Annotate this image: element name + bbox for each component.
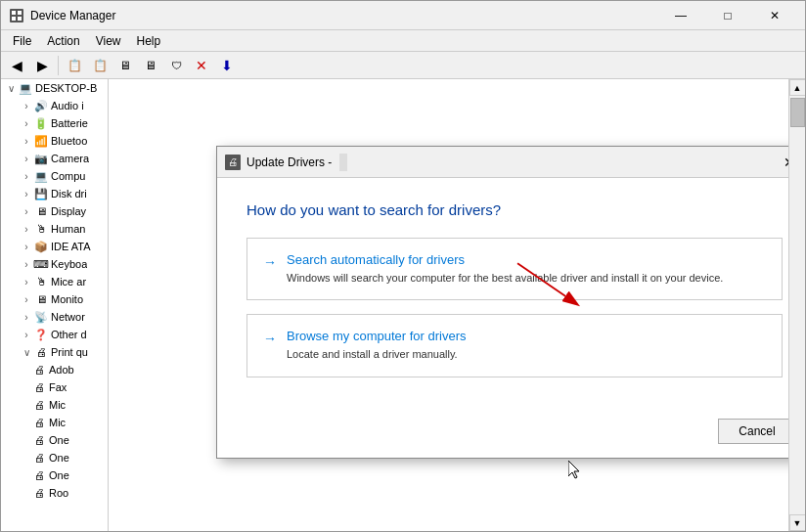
network-icon: 📡: [34, 310, 48, 324]
expand-icon: ∨: [5, 82, 17, 94]
option1-arrow-icon: →: [263, 254, 277, 270]
toolbar-forward[interactable]: ▶: [30, 55, 54, 76]
option2-arrow-icon: →: [263, 331, 277, 346]
scroll-thumb[interactable]: [790, 98, 805, 127]
expand-icon: ›: [21, 170, 32, 182]
tree-item-one2[interactable]: 🖨 One: [1, 449, 108, 466]
cancel-button[interactable]: Cancel: [718, 419, 788, 444]
tree-item-one1[interactable]: 🖨 One: [1, 431, 108, 449]
tree-label-fax: Fax: [49, 381, 67, 393]
tree-label-monitors: Monito: [51, 293, 83, 305]
tree-item-mic2[interactable]: 🖨 Mic: [1, 414, 108, 431]
search-automatically-option[interactable]: → Search automatically for drivers Windo…: [246, 238, 783, 300]
toolbar-device[interactable]: 🖥: [113, 55, 137, 76]
tree-item-display[interactable]: › 🖥 Display: [1, 202, 108, 220]
tree-label-display: Display: [51, 205, 86, 217]
option1-description: Windows will search your computer for th…: [287, 271, 723, 286]
maximize-button[interactable]: □: [705, 1, 750, 30]
toolbar: ◀ ▶ 📋 📋 🖥 🖥 🛡 ✕ ⬇: [1, 52, 805, 79]
hid-icon: 🖱: [34, 222, 48, 236]
tree-label-disk: Disk dri: [51, 188, 87, 200]
menu-action[interactable]: Action: [39, 32, 87, 50]
expand-icon: ›: [21, 329, 32, 340]
toolbar-shield[interactable]: 🛡: [164, 55, 188, 76]
menu-help[interactable]: Help: [129, 32, 169, 50]
monitor-icon: 🖥: [34, 292, 48, 306]
ide-icon: 📦: [34, 240, 48, 253]
bluetooth-icon: 📶: [34, 134, 48, 148]
right-panel: 🖨 Update Drivers - ✕ How do you want to …: [109, 79, 788, 531]
expand-icon: ›: [21, 276, 32, 288]
scroll-up-button[interactable]: ▲: [789, 79, 806, 96]
svg-rect-4: [18, 17, 22, 21]
tree-item-computer[interactable]: › 💻 Compu: [1, 167, 108, 185]
option1-content: Search automatically for drivers Windows…: [287, 252, 723, 286]
minimize-button[interactable]: —: [658, 1, 703, 30]
browse-computer-option[interactable]: → Browse my computer for drivers Locate …: [246, 314, 783, 377]
tree-root[interactable]: ∨ 💻 DESKTOP-B: [1, 79, 108, 97]
toolbar-remove[interactable]: ✕: [190, 55, 213, 76]
window-icon: [9, 8, 24, 23]
computer-icon: 💻: [19, 81, 32, 95]
tree-label-keyboard: Keyboa: [51, 258, 87, 270]
audio-icon: 🔊: [34, 99, 48, 112]
other-icon: ❓: [34, 328, 48, 341]
dialog-close-button[interactable]: ✕: [775, 149, 788, 176]
expand-icon: ›: [21, 241, 32, 252]
expand-icon: ›: [21, 293, 32, 305]
toolbar-scan[interactable]: ⬇: [215, 55, 239, 76]
tree-item-cameras[interactable]: › 📷 Camera: [1, 150, 108, 167]
tree-label-cameras: Camera: [51, 153, 89, 164]
tree-item-fax[interactable]: 🖨 Fax: [1, 378, 108, 396]
dialog-title-text: Update Drivers -: [246, 154, 775, 171]
tree-item-disk[interactable]: › 💾 Disk dri: [1, 185, 108, 202]
tree-item-batteries[interactable]: › 🔋 Batterie: [1, 114, 108, 132]
toolbar-separator-1: [58, 56, 59, 75]
menu-view[interactable]: View: [88, 32, 129, 50]
fax-icon: 🖨: [32, 380, 46, 394]
close-button[interactable]: ✕: [752, 1, 797, 30]
svg-rect-2: [18, 11, 22, 15]
option2-description: Locate and install a driver manually.: [287, 347, 467, 362]
tree-item-roo[interactable]: 🖨 Roo: [1, 484, 108, 502]
computer-sub-icon: 💻: [34, 169, 48, 183]
tree-item-keyboard[interactable]: › ⌨ Keyboa: [1, 255, 108, 273]
mouse-cursor: [568, 461, 584, 483]
tree-item-mic1[interactable]: 🖨 Mic: [1, 396, 108, 414]
tree-label-mice: Mice ar: [51, 276, 86, 288]
tree-item-ide[interactable]: › 📦 IDE ATA: [1, 238, 108, 255]
menu-file[interactable]: File: [5, 32, 39, 50]
dialog-heading: How do you want to search for drivers?: [246, 201, 783, 218]
tree-item-network[interactable]: › 📡 Networ: [1, 308, 108, 326]
toolbar-back[interactable]: ◀: [5, 55, 28, 76]
display-icon: 🖥: [34, 204, 48, 218]
tree-item-hid[interactable]: › 🖱 Human: [1, 220, 108, 238]
printer-mic2-icon: 🖨: [32, 416, 46, 429]
update-drivers-dialog: 🖨 Update Drivers - ✕ How do you want to …: [216, 146, 788, 459]
printer-roo-icon: 🖨: [32, 486, 46, 500]
tree-item-adobe[interactable]: 🖨 Adob: [1, 361, 108, 378]
option2-content: Browse my computer for drivers Locate an…: [287, 329, 467, 362]
toolbar-display[interactable]: 🖥: [139, 55, 162, 76]
tree-label-computer: Compu: [51, 170, 85, 182]
dialog-footer: Cancel: [217, 411, 788, 458]
menu-bar: File Action View Help: [1, 30, 805, 52]
tree-item-printqueue[interactable]: ∨ 🖨 Print qu: [1, 343, 108, 361]
svg-rect-3: [12, 17, 16, 21]
dialog-device-name: [339, 154, 347, 171]
tree-item-bluetooth[interactable]: › 📶 Bluetoo: [1, 132, 108, 150]
scroll-track[interactable]: [789, 96, 805, 514]
toolbar-properties[interactable]: 📋: [63, 55, 86, 76]
main-window: Device Manager — □ ✕ File Action View He…: [0, 0, 806, 532]
tree-item-monitors[interactable]: › 🖥 Monito: [1, 290, 108, 308]
scroll-down-button[interactable]: ▼: [789, 514, 806, 531]
tree-item-audio[interactable]: › 🔊 Audio i: [1, 97, 108, 114]
expand-icon: ∨: [21, 346, 32, 358]
svg-rect-1: [12, 11, 16, 15]
tree-item-mice[interactable]: › 🖱 Mice ar: [1, 273, 108, 290]
toolbar-update[interactable]: 📋: [88, 55, 112, 76]
tree-item-other[interactable]: › ❓ Other d: [1, 326, 108, 343]
keyboard-icon: ⌨: [34, 257, 48, 271]
tree-label-ide: IDE ATA: [51, 241, 91, 252]
tree-item-one3[interactable]: 🖨 One: [1, 466, 108, 484]
